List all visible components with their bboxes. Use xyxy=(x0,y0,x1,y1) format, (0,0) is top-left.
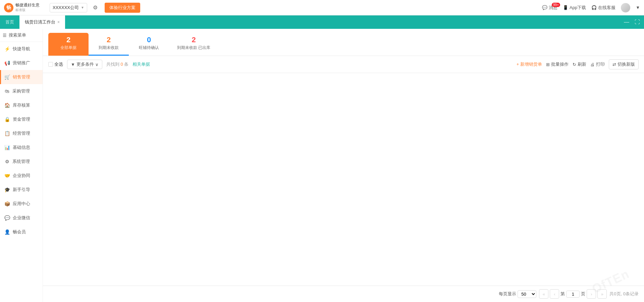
inventory-icon: 🏠 xyxy=(4,103,10,108)
page-size-select[interactable]: 50 10 20 100 xyxy=(518,290,536,298)
prev-page-button[interactable]: ‹ xyxy=(550,289,559,299)
logo-area: 畅 畅捷通好生意 标准版 xyxy=(4,3,47,13)
page-label: 第 xyxy=(560,291,565,297)
logo-title: 畅捷通好生意 xyxy=(15,3,40,8)
refresh-label: 刷新 xyxy=(578,61,586,67)
marketing-icon: 📢 xyxy=(4,60,10,66)
app-download-button[interactable]: 📱 App下载 xyxy=(563,5,586,11)
related-bill-link[interactable]: 相关单据 xyxy=(132,61,150,67)
service-icon: 🎧 xyxy=(591,5,597,10)
system-icon: ⚙ xyxy=(4,159,10,164)
first-page-button[interactable]: « xyxy=(539,289,548,299)
settings-button[interactable]: ⚙ xyxy=(90,2,101,13)
page-size-selector: 每页显示 50 10 20 100 xyxy=(499,290,536,298)
batch-ops-button[interactable]: ⊞ 批量操作 xyxy=(546,61,569,67)
user-menu-arrow[interactable]: ▼ xyxy=(636,5,640,10)
close-tab-workbench[interactable]: × xyxy=(57,20,60,24)
filter-label: 更多条件 xyxy=(76,61,94,67)
tab-minimize-button[interactable]: — xyxy=(623,18,631,26)
stat-num-pending: 0 xyxy=(147,36,151,44)
refresh-button[interactable]: ↻ 刷新 xyxy=(573,61,586,67)
online-service-button[interactable]: 🎧 在线客服 xyxy=(591,5,615,11)
main-layout: ☰ 搜索菜单 ⚡ 快捷导航 📢 营销推广 🛒 销售管理 🛍 采购管理 🏠 库存核… xyxy=(0,29,644,302)
batch-ops-icon: ⊞ xyxy=(546,62,550,67)
stats-tabs: 2 全部单据 2 到期未收款 0 旺辅待确认 2 到期未收款 已出库 xyxy=(43,29,644,56)
stat-label-overdue-shipped: 到期未收款 已出库 xyxy=(177,45,210,51)
stat-num-all: 2 xyxy=(66,36,70,44)
found-unit: 条 xyxy=(124,62,128,67)
message-button[interactable]: 💬 消息 99+ xyxy=(542,5,557,11)
page-label-end: 页 xyxy=(581,291,585,297)
sidebar-item-quick-nav[interactable]: ⚡ 快捷导航 xyxy=(0,42,43,56)
table-area xyxy=(43,73,644,286)
online-service-label: 在线客服 xyxy=(598,5,615,11)
sidebar-item-label-app-center: 应用中心 xyxy=(13,201,30,207)
trial-button[interactable]: 体验行业方案 xyxy=(105,3,140,13)
stat-label-overdue: 到期未收款 xyxy=(99,45,119,51)
sidebar-item-member[interactable]: 👤 畅会员 xyxy=(0,225,43,239)
next-page-button[interactable]: › xyxy=(587,289,596,299)
operations-icon: 📋 xyxy=(4,131,10,136)
sidebar-item-purchase[interactable]: 🛍 采购管理 xyxy=(0,84,43,98)
app-center-icon: 📦 xyxy=(4,201,10,206)
add-sale-button[interactable]: + 新增销货单 xyxy=(517,61,542,67)
filter-button[interactable]: ▼ 更多条件 ∨ xyxy=(67,60,102,69)
stat-tab-overdue-shipped[interactable]: 2 到期未收款 已出库 xyxy=(169,33,218,56)
sidebar-item-marketing[interactable]: 📢 营销推广 xyxy=(0,56,43,70)
top-header: 畅 畅捷通好生意 标准版 XXXXXX公司 ▼ ⚙ 体验行业方案 💬 消息 99… xyxy=(0,0,644,15)
tab-home[interactable]: 首页 xyxy=(0,15,19,29)
sidebar: ☰ 搜索菜单 ⚡ 快捷导航 📢 营销推广 🛒 销售管理 🛍 采购管理 🏠 库存核… xyxy=(0,29,43,302)
stat-tab-all[interactable]: 2 全部单据 xyxy=(48,33,89,56)
sidebar-item-label-sales: 销售管理 xyxy=(13,74,30,80)
stat-tab-pending[interactable]: 0 旺辅待确认 xyxy=(129,33,169,56)
tab-workbench-label: 钱货日清工作台 xyxy=(25,19,55,25)
sidebar-item-inventory[interactable]: 🏠 库存核算 xyxy=(0,98,43,112)
sidebar-item-cooperation[interactable]: 🤝 企业协同 xyxy=(0,169,43,183)
sidebar-item-system[interactable]: ⚙ 系统管理 xyxy=(0,155,43,169)
page-number-input[interactable]: 1 xyxy=(566,291,580,298)
sidebar-item-app-center[interactable]: 📦 应用中心 xyxy=(0,197,43,211)
sidebar-item-basic-info[interactable]: 📊 基础信息 xyxy=(0,140,43,155)
tab-workbench[interactable]: 钱货日清工作台 × xyxy=(19,15,65,29)
sidebar-search[interactable]: ☰ 搜索菜单 xyxy=(0,29,43,42)
company-selector[interactable]: XXXXXX公司 ▼ xyxy=(50,3,87,12)
select-all-checkbox[interactable]: 全选 xyxy=(48,61,63,67)
switch-version-button[interactable]: ⇄ 切换新版 xyxy=(609,59,639,69)
enterprise-wx-icon: 💬 xyxy=(4,215,10,221)
select-all-label: 全选 xyxy=(54,61,63,67)
logo-subtitle: 标准版 xyxy=(15,8,40,12)
checkbox-input[interactable] xyxy=(48,62,53,67)
switch-icon: ⇄ xyxy=(612,62,616,67)
logo-icon: 畅 xyxy=(4,3,13,12)
batch-ops-label: 批量操作 xyxy=(551,61,569,67)
app-download-label: App下载 xyxy=(570,5,586,11)
tab-maximize-button[interactable]: ⛶ xyxy=(633,18,641,26)
avatar[interactable] xyxy=(621,3,630,12)
company-dropdown-arrow: ▼ xyxy=(81,6,84,9)
sidebar-item-label-enterprise-wx: 企业微信 xyxy=(13,215,30,221)
sidebar-item-label-system: 系统管理 xyxy=(12,159,30,165)
found-text: 共找到 0 条 xyxy=(106,61,128,67)
page-nav: « ‹ 第 1 页 › » xyxy=(539,289,607,299)
sidebar-item-finance[interactable]: 🔒 资金管理 xyxy=(0,112,43,126)
sidebar-item-operations[interactable]: 📋 经营管理 xyxy=(0,126,43,140)
print-button[interactable]: 🖨 打印 xyxy=(590,61,605,67)
sidebar-item-label-finance: 资金管理 xyxy=(13,116,30,122)
sidebar-item-guide[interactable]: 🎓 新手引导 xyxy=(0,183,43,197)
tab-bar: 首页 钱货日清工作台 × — ⛶ xyxy=(0,15,644,29)
sidebar-item-label-marketing: 营销推广 xyxy=(13,60,30,66)
sidebar-item-label-quick-nav: 快捷导航 xyxy=(13,46,30,52)
sidebar-item-sales[interactable]: 🛒 销售管理 xyxy=(0,70,43,84)
last-page-button[interactable]: » xyxy=(597,289,607,299)
sidebar-item-enterprise-wx[interactable]: 💬 企业微信 xyxy=(0,211,43,225)
print-label: 打印 xyxy=(596,61,605,67)
stat-label-all: 全部单据 xyxy=(60,45,76,51)
stat-tab-overdue[interactable]: 2 到期未收款 xyxy=(89,33,129,56)
search-label: 搜索菜单 xyxy=(9,32,26,38)
total-info: 共0页, 0条记录 xyxy=(609,291,639,297)
tab-bar-actions: — ⛶ xyxy=(623,18,644,26)
app-download-icon: 📱 xyxy=(563,5,568,10)
member-icon: 👤 xyxy=(4,229,10,235)
sidebar-item-label-operations: 经营管理 xyxy=(13,130,30,136)
pagination: 每页显示 50 10 20 100 « ‹ 第 1 页 › » 共0页, 0条记… xyxy=(43,286,644,302)
